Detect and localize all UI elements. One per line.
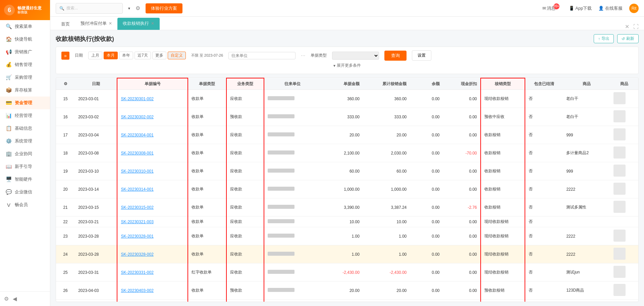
sidebar-item-hardware[interactable]: 🖥️智能硬件 xyxy=(0,173,50,186)
cell-cum: 1,000.00 xyxy=(363,180,410,198)
user-avatar[interactable]: Rit xyxy=(629,4,639,13)
sidebar-item-quick[interactable]: 🏠快捷导航 xyxy=(0,33,50,46)
messages-button[interactable]: ✉ 消息 99+ xyxy=(542,5,562,11)
tab-expand-icon[interactable]: ⛶ xyxy=(633,24,639,30)
sn-link[interactable]: SK-20230301-002 xyxy=(121,97,153,101)
cell-verify: 现结收款核销 xyxy=(481,300,525,302)
sidebar-icon-finance: 💳 xyxy=(5,100,12,106)
cell-verify: 现结收款核销 xyxy=(481,227,525,245)
search-placeholder-text: 搜索... xyxy=(66,5,78,11)
date-7days-button[interactable]: 近7天 xyxy=(135,52,151,59)
date-last-month-button[interactable]: 上月 xyxy=(88,52,102,59)
sidebar-item-search[interactable]: 🔍搜索菜单 xyxy=(0,20,50,33)
table-row: 23 2023-03-28 SK-20230328-001 收款单 应收款 1.… xyxy=(56,227,638,245)
cell-balance: 0.00 xyxy=(410,217,443,227)
sidebar-item-finance[interactable]: 💳资金管理 xyxy=(0,97,50,109)
table-row: 22 2023-03-21 SK-20230321-003 收款单 应收款 10… xyxy=(56,217,638,227)
industry-solution-button[interactable]: 体验行业方案 xyxy=(146,3,182,13)
filter-settings-button[interactable]: 设置 xyxy=(412,50,431,61)
sn-link[interactable]: SK-20230328-001 xyxy=(121,234,153,239)
filter-more-dots[interactable]: ··· xyxy=(301,53,305,59)
online-service-button[interactable]: 👤 在线客服 xyxy=(598,5,623,11)
date-more-button[interactable]: 更多 xyxy=(152,52,166,59)
sidebar-label-finance: 资金管理 xyxy=(15,100,32,106)
sn-link[interactable]: SK-20230403-002 xyxy=(121,288,153,293)
sidebar-item-wechat[interactable]: 💬企业微信 xyxy=(0,186,50,198)
refresh-button[interactable]: ↺ 刷新 xyxy=(617,34,639,43)
cell-idx: 15 xyxy=(56,90,75,108)
sidebar-item-member[interactable]: V畅会员 xyxy=(0,198,50,211)
cell-biz: 预收款 xyxy=(226,282,264,300)
sn-link[interactable]: SK-20230314-001 xyxy=(121,187,153,192)
cell-discount: 0.00 xyxy=(443,217,481,227)
date-this-year-button[interactable]: 本年 xyxy=(119,52,133,59)
sn-link[interactable]: SK-20230321-003 xyxy=(121,220,153,224)
tab-payable-close-icon[interactable]: ✕ xyxy=(109,21,112,26)
sidebar-item-purchase[interactable]: 🛒采购管理 xyxy=(0,71,50,84)
doc-type-label: 单据类型 xyxy=(311,53,327,58)
topbar-gear-icon[interactable]: ⚙ xyxy=(136,5,140,11)
cell-type: 收款单 xyxy=(188,126,226,144)
cell-amount: 100.00 xyxy=(321,300,363,302)
tab-payable[interactable]: 预付冲应付单 ✕ xyxy=(75,18,117,30)
logo-icon: 6 xyxy=(4,5,15,15)
table-scroll-area[interactable]: ⚙ 日期 单据编号 单据类型 业务类型 往来单位 单据金额 累计核销金额 余额 … xyxy=(56,78,638,302)
sidebar-item-corp[interactable]: 🏢企业协同 xyxy=(0,147,50,160)
date-custom-button[interactable]: 自定义 xyxy=(168,52,186,59)
expand-more-conditions[interactable]: ▾ 展开更多条件 xyxy=(61,61,633,70)
filter-row: » 日期 上月 本月 本年 近7天 更多 自定义 不限 至 2023-07-26… xyxy=(61,50,633,61)
cell-img xyxy=(610,180,638,198)
sidebar-item-business[interactable]: 📊经营管理 xyxy=(0,109,50,122)
sidebar-item-system[interactable]: ⚙️系统管理 xyxy=(0,135,50,147)
sidebar-item-guide[interactable]: 📖新手引导 xyxy=(0,160,50,173)
cell-balance: 0.00 xyxy=(410,126,443,144)
sn-link[interactable]: SK-20230302-002 xyxy=(121,115,153,119)
cell-partner xyxy=(264,227,320,245)
cell-type: 收款单 xyxy=(188,217,226,227)
sn-link[interactable]: SK-20230308-001 xyxy=(121,151,153,156)
cell-img xyxy=(610,90,638,108)
cell-verify: 收款核销 xyxy=(481,198,525,217)
app-download-button[interactable]: 📱 App下载 xyxy=(569,5,592,11)
topbar-dropdown-icon[interactable]: ▾ xyxy=(128,6,130,11)
date-this-month-button[interactable]: 本月 xyxy=(104,52,118,59)
sn-link[interactable]: SK-20230315-002 xyxy=(121,205,153,210)
cell-partner xyxy=(264,108,320,126)
sn-link[interactable]: SK-20230304-001 xyxy=(121,133,153,137)
cell-discount: 0.00 xyxy=(443,282,481,300)
partner-filter-input[interactable] xyxy=(228,52,296,59)
cell-img xyxy=(610,198,638,217)
col-header-amount: 单据金额 xyxy=(321,78,363,90)
sidebar-gear-icon[interactable]: ⚙ xyxy=(4,296,9,302)
sn-link[interactable]: SK-20230310-001 xyxy=(121,169,153,174)
tab-close-all-icon[interactable]: ✕ xyxy=(625,23,629,30)
filter-expand-button[interactable]: » xyxy=(61,52,69,60)
export-button[interactable]: ↑ 导出 xyxy=(594,34,614,43)
topbar-search-box[interactable]: 🔍 搜索... xyxy=(56,3,123,14)
col-header-settings[interactable]: ⚙ xyxy=(56,78,75,90)
tabs-bar: 首页 预付冲应付单 ✕ 收款核销执行 ✕ ✕ ⛶ xyxy=(50,17,644,30)
tab-home[interactable]: 首页 xyxy=(56,18,75,30)
tab-receipt[interactable]: 收款核销执行 ✕ xyxy=(117,18,160,30)
sn-link[interactable]: SK-20230331-002 xyxy=(121,270,153,275)
sidebar-item-basic[interactable]: 📋基础信息 xyxy=(0,122,50,135)
sidebar-item-marketing[interactable]: 📢营销推广 xyxy=(0,46,50,58)
cell-img xyxy=(610,282,638,300)
tab-receipt-close-icon[interactable]: ✕ xyxy=(151,21,154,26)
cell-idx: 25 xyxy=(56,263,75,282)
sidebar-item-sales[interactable]: 💰销售管理 xyxy=(0,58,50,71)
sidebar-icon-guide: 📖 xyxy=(5,164,12,170)
query-button[interactable]: 查询 xyxy=(384,51,407,61)
sidebar-collapse-icon[interactable]: ◀ xyxy=(13,296,17,302)
table-row: 19 2023-03-10 SK-20230310-001 收款单 应收款 60… xyxy=(56,162,638,180)
cell-idx: 23 xyxy=(56,227,75,245)
cell-type: 收款单 xyxy=(188,180,226,198)
sidebar-item-inventory[interactable]: 📦库存核算 xyxy=(0,84,50,97)
cell-goods xyxy=(563,217,610,227)
table-row: 21 2023-03-15 SK-20230315-002 收款单 应收款 3,… xyxy=(56,198,638,217)
cell-verify: 现结收款核销 xyxy=(481,263,525,282)
doc-type-select[interactable] xyxy=(332,52,379,60)
cell-type: 收款单 xyxy=(188,90,226,108)
sn-link[interactable]: SK-20230328-002 xyxy=(121,252,153,257)
cell-partner xyxy=(264,282,320,300)
